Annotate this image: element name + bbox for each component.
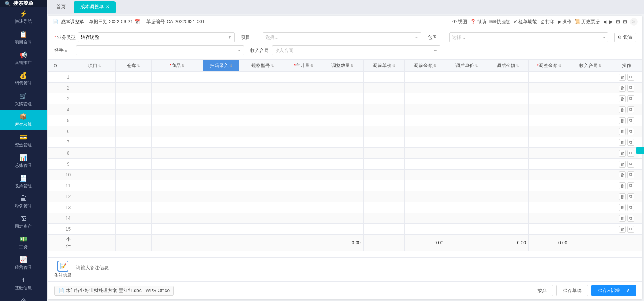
- table-cell[interactable]: [446, 115, 487, 126]
- table-cell[interactable]: [239, 180, 286, 191]
- col-header-warehouse[interactable]: 仓库⇅: [115, 60, 151, 72]
- table-cell[interactable]: [239, 213, 286, 224]
- table-cell[interactable]: [487, 224, 529, 235]
- table-cell[interactable]: [115, 104, 151, 115]
- row-copy-button[interactable]: ⧉: [627, 182, 634, 189]
- col-header-goods[interactable]: 商品⇅: [151, 60, 203, 72]
- sidebar-item-tax[interactable]: 🏛 税务管理: [0, 192, 47, 212]
- table-cell[interactable]: [363, 148, 405, 159]
- table-cell[interactable]: [363, 170, 405, 180]
- table-cell[interactable]: [405, 202, 446, 213]
- shortcut-btn[interactable]: ⌨ 快捷键: [489, 19, 511, 25]
- table-cell[interactable]: [286, 148, 322, 159]
- table-cell[interactable]: [446, 213, 487, 224]
- table-cell[interactable]: [405, 191, 446, 202]
- table-cell[interactable]: [115, 72, 151, 83]
- table-cell[interactable]: [74, 202, 116, 213]
- table-cell[interactable]: [322, 148, 364, 159]
- tab-close-icon[interactable]: ✕: [106, 5, 109, 9]
- table-cell[interactable]: [203, 137, 239, 148]
- table-cell[interactable]: [405, 83, 446, 93]
- col-header-price-after[interactable]: 调后单价⇅: [446, 60, 487, 72]
- table-cell[interactable]: [363, 137, 405, 148]
- table-cell[interactable]: [115, 159, 151, 170]
- tab-home[interactable]: 首页: [50, 1, 72, 13]
- table-cell[interactable]: [405, 159, 446, 170]
- table-cell[interactable]: [151, 72, 203, 83]
- table-cell[interactable]: [528, 224, 570, 235]
- sidebar-item-system[interactable]: ⚙ 系统管理: [0, 294, 47, 301]
- expand2-btn[interactable]: ⊟: [623, 19, 627, 24]
- table-cell[interactable]: [151, 213, 203, 224]
- table-cell[interactable]: [203, 180, 239, 191]
- table-cell[interactable]: [528, 137, 570, 148]
- table-cell[interactable]: [528, 72, 570, 83]
- table-cell[interactable]: [528, 213, 570, 224]
- save-new-button[interactable]: 保存&新增 ∨: [591, 285, 636, 296]
- table-cell[interactable]: [286, 115, 322, 126]
- table-cell[interactable]: [286, 72, 322, 83]
- table-cell[interactable]: [363, 224, 405, 235]
- row-delete-button[interactable]: 🗑: [619, 139, 626, 146]
- row-copy-button[interactable]: ⧉: [627, 161, 634, 168]
- sidebar-item-ledger[interactable]: 📊 总账管理: [0, 151, 47, 171]
- right-panel-toggle[interactable]: 展开: [636, 147, 644, 154]
- notes-icon-btn[interactable]: 📝 备注信息: [54, 261, 71, 278]
- row-copy-button[interactable]: ⧉: [627, 204, 634, 211]
- view-btn[interactable]: 👁 视图: [452, 19, 467, 25]
- taskbar-item-wps[interactable]: 📄 木门行业好业财处理方案-墨红红.doc - WPS Office: [54, 286, 174, 296]
- table-cell[interactable]: [322, 115, 364, 126]
- table-cell[interactable]: [115, 83, 151, 93]
- table-cell[interactable]: [528, 126, 570, 137]
- print-btn[interactable]: 🖨 打印: [540, 19, 555, 25]
- col-header-scan[interactable]: 扫码录入⇅: [203, 60, 239, 72]
- table-cell[interactable]: [322, 180, 364, 191]
- table-cell[interactable]: [115, 213, 151, 224]
- table-cell[interactable]: [570, 93, 611, 104]
- row-delete-button[interactable]: 🗑: [619, 204, 626, 211]
- table-cell[interactable]: [286, 159, 322, 170]
- check-btn[interactable]: ✔ 检单规范: [514, 19, 537, 25]
- table-cell[interactable]: [528, 191, 570, 202]
- table-cell[interactable]: [203, 170, 239, 180]
- table-cell[interactable]: [363, 202, 405, 213]
- table-cell[interactable]: [528, 202, 570, 213]
- table-cell[interactable]: [322, 72, 364, 83]
- table-cell[interactable]: [570, 159, 611, 170]
- sidebar-item-assets[interactable]: 🏗 固定资产: [0, 212, 47, 232]
- table-cell[interactable]: [286, 170, 322, 180]
- table-cell[interactable]: [405, 72, 446, 83]
- table-cell[interactable]: [115, 148, 151, 159]
- table-cell[interactable]: [363, 115, 405, 126]
- sidebar-item-project-contract[interactable]: 📋 项目合同: [0, 28, 47, 48]
- col-header-qty[interactable]: 调整数量⇅: [322, 60, 364, 72]
- table-cell[interactable]: [322, 202, 364, 213]
- table-cell[interactable]: [74, 115, 116, 126]
- table-cell[interactable]: [286, 180, 322, 191]
- table-cell[interactable]: [570, 137, 611, 148]
- table-cell[interactable]: [363, 83, 405, 93]
- table-cell[interactable]: [239, 191, 286, 202]
- table-cell[interactable]: [322, 104, 364, 115]
- table-cell[interactable]: [446, 191, 487, 202]
- table-cell[interactable]: [74, 170, 116, 180]
- table-cell[interactable]: [528, 83, 570, 93]
- table-cell[interactable]: [487, 180, 529, 191]
- table-cell[interactable]: [151, 224, 203, 235]
- sidebar-item-operations[interactable]: 📈 经营管理: [0, 253, 47, 273]
- table-cell[interactable]: [405, 137, 446, 148]
- table-cell[interactable]: [239, 104, 286, 115]
- table-cell[interactable]: [74, 126, 116, 137]
- col-header-unit[interactable]: 主计量⇅: [286, 60, 322, 72]
- table-cell[interactable]: [487, 191, 529, 202]
- tab-cost-adjust[interactable]: 成本调整单 ✕: [74, 1, 116, 13]
- table-cell[interactable]: [151, 83, 203, 93]
- sidebar-item-basic-info[interactable]: ℹ 基础信息: [0, 273, 47, 294]
- table-cell[interactable]: [322, 170, 364, 180]
- table-cell[interactable]: [286, 224, 322, 235]
- table-cell[interactable]: [446, 170, 487, 180]
- business-type-select[interactable]: 结存调整 ▼: [78, 32, 235, 42]
- row-delete-button[interactable]: 🗑: [619, 85, 626, 92]
- handler-input[interactable]: ···: [76, 45, 244, 55]
- col-header-project[interactable]: 项目⇅: [74, 60, 116, 72]
